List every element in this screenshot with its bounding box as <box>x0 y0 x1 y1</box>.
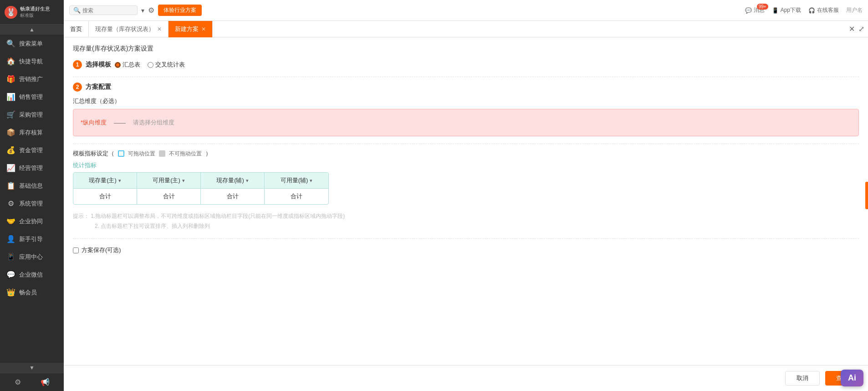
sidebar-scroll-up[interactable]: ▲ <box>0 25 64 35</box>
tip-text-1: 1.拖动标题栏可以调整布局，不可跨维度或指标区域拖动栏目字段(只能在同一维度或指… <box>91 213 345 219</box>
stats-body-col-2: 合计 <box>201 189 265 204</box>
topbar-right: 💬 消息 99+ 📱 App下载 🎧 在线客服 用户名 <box>745 6 863 14</box>
bottom-bar: 取消 查询 <box>64 365 868 391</box>
section-template: 1 选择模板 汇总表 交叉统计表 <box>73 60 859 69</box>
tab-home[interactable]: 首页 <box>64 21 89 37</box>
sidebar-item-inventory[interactable]: 📦 库存核算 <box>0 123 64 141</box>
section2-num: 2 <box>73 82 82 92</box>
tab-bar: 首页 现存量（库存状况表） ✕ 新建方案 ✕ ✕ ⤢ <box>64 21 868 37</box>
vertical-dim-area[interactable]: *纵向维度 —— 请选择分组维度 <box>73 109 859 136</box>
stats-table-header: 现存量(主) ▾ 可用量(主) ▾ <box>73 173 328 189</box>
divider2 <box>73 144 859 144</box>
stats-col-3-label: 可用量(辅) <box>281 176 308 185</box>
radio-cross-input[interactable] <box>148 62 153 68</box>
section-config: 2 方案配置 汇总维度（必选） *纵向维度 —— 请选择分组维度 模板指标设定（ <box>73 82 859 231</box>
sidebar-item-search[interactable]: 🔍 搜索菜单 <box>0 35 64 52</box>
crown-icon: 👑 <box>6 288 15 297</box>
right-handle[interactable] <box>865 182 868 209</box>
sidebar-item-label: 基础信息 <box>19 182 43 190</box>
sidebar-item-member[interactable]: 👑 畅会员 <box>0 283 64 301</box>
handshake-icon: 🤝 <box>6 217 15 226</box>
messages-btn[interactable]: 💬 消息 99+ <box>745 6 765 14</box>
main: 🔍 ▾ ⚙ 体验行业方案 💬 消息 99+ 📱 App下载 🎧 在线客服 用户名 <box>64 0 868 391</box>
page-title: 现存量(库存状况表)方案设置 <box>73 45 859 53</box>
user-icon: 👤 <box>6 235 15 243</box>
sidebar-item-purchase[interactable]: 🛒 采购管理 <box>0 106 64 123</box>
section2-title: 方案配置 <box>86 83 111 91</box>
sidebar-item-label: 企业微信 <box>19 271 43 279</box>
stats-col-3: 可用量(辅) ▾ <box>265 173 328 189</box>
stats-col-1-label: 可用量(主) <box>153 176 180 185</box>
tab-new-scheme[interactable]: 新建方案 ✕ <box>168 21 213 37</box>
draggable-label: 可拖动位置 <box>128 150 155 158</box>
sidebar-nav: 🔍 搜索菜单 🏠 快捷导航 🎁 营销推广 📊 销售管理 🛒 采购管理 📦 库存核… <box>0 35 64 363</box>
tab-new-scheme-close-icon[interactable]: ✕ <box>201 26 206 32</box>
indicator-settings: 模板指标设定（ 可拖动位置 不可拖动位置 ） <box>73 149 859 158</box>
tab-expand-icon[interactable]: ⤢ <box>858 25 864 33</box>
sidebar-item-system[interactable]: ⚙ 系统管理 <box>0 195 64 212</box>
sidebar-scroll-down[interactable]: ▼ <box>0 363 64 373</box>
topbar-gear-icon[interactable]: ⚙ <box>148 6 154 15</box>
vertical-dim-placeholder: 请选择分组维度 <box>133 118 174 127</box>
topbar-search-box[interactable]: 🔍 <box>69 5 138 15</box>
sidebar-item-apps[interactable]: 📱 应用中心 <box>0 248 64 266</box>
sidebar-item-label: 企业协同 <box>19 217 43 226</box>
section2-header: 2 方案配置 <box>73 82 859 92</box>
sidebar-item-newbie[interactable]: 👤 新手引导 <box>0 230 64 248</box>
stats-header-cell-0[interactable]: 现存量(主) ▾ <box>73 173 137 189</box>
sidebar-item-sales[interactable]: 📊 销售管理 <box>0 88 64 106</box>
indicator-label: 模板指标设定（ 可拖动位置 不可拖动位置 ） <box>73 149 859 158</box>
sidebar-item-operations[interactable]: 📈 经营管理 <box>0 159 64 177</box>
sidebar-item-finance[interactable]: 💰 资金管理 <box>0 141 64 159</box>
save-checkbox[interactable] <box>73 247 79 253</box>
radio-cross[interactable]: 交叉统计表 <box>148 61 185 69</box>
stats-body-cell-1: 合计 <box>137 189 200 204</box>
ai-badge[interactable]: Ai <box>841 370 863 386</box>
logo-icon: 🐰 <box>5 6 17 19</box>
stats-title: 统计指标 <box>73 161 859 170</box>
page-container: 现存量(库存状况表)方案设置 1 选择模板 汇总表 交叉统计表 <box>64 37 868 391</box>
save-label[interactable]: 方案保存(可选) <box>82 246 121 254</box>
box-icon: 📦 <box>6 128 15 137</box>
phone-icon: 📱 <box>772 7 779 14</box>
app-download-btn[interactable]: 📱 App下载 <box>772 6 801 14</box>
dropdown-chevron-icon[interactable]: ▾ <box>141 7 144 14</box>
stats-header-cell-3[interactable]: 可用量(辅) ▾ <box>265 173 328 189</box>
gift-icon: 🎁 <box>6 75 15 83</box>
footer-speaker-btn[interactable]: 📢 <box>41 378 50 386</box>
tab-inventory[interactable]: 现存量（库存状况表） ✕ <box>89 21 168 37</box>
section1-num: 1 <box>73 60 82 69</box>
sidebar-item-corp[interactable]: 🤝 企业协同 <box>0 212 64 230</box>
sidebar-item-label: 营销推广 <box>19 75 43 83</box>
tab-inventory-close-icon[interactable]: ✕ <box>157 26 162 32</box>
sidebar-item-marketing[interactable]: 🎁 营销推广 <box>0 70 64 88</box>
cart-icon: 🛒 <box>6 110 15 119</box>
sidebar-item-label: 经营管理 <box>19 164 43 172</box>
tab-close-all-icon[interactable]: ✕ <box>849 25 855 33</box>
app-name: 畅康通好生意 <box>20 5 50 12</box>
user-name-btn[interactable]: 用户名 <box>846 6 863 14</box>
divider3 <box>73 238 859 239</box>
footer-settings-btn[interactable]: ⚙ <box>15 378 21 386</box>
trial-button[interactable]: 体验行业方案 <box>158 5 202 16</box>
stats-col-1: 可用量(主) ▾ <box>137 173 201 189</box>
search-input[interactable] <box>82 7 133 14</box>
messages-badge: 99+ <box>757 4 768 10</box>
sidebar-item-shortcut[interactable]: 🏠 快捷导航 <box>0 52 64 70</box>
radio-summary-input[interactable] <box>115 62 121 68</box>
sidebar-item-wechat[interactable]: 💬 企业微信 <box>0 266 64 283</box>
online-service-btn[interactable]: 🎧 在线客服 <box>808 6 839 14</box>
radio-summary[interactable]: 汇总表 <box>115 61 140 69</box>
sidebar-item-label: 资金管理 <box>19 146 43 154</box>
gear-icon: ⚙ <box>6 199 15 208</box>
stats-header-cell-1[interactable]: 可用量(主) ▾ <box>137 173 200 189</box>
sidebar: 🐰 畅康通好生意 标准版 ▲ 🔍 搜索菜单 🏠 快捷导航 🎁 营销推广 📊 销售… <box>0 0 64 391</box>
sidebar-item-label: 快捷导航 <box>19 57 43 66</box>
stats-header-cell-2[interactable]: 现存量(辅) ▾ <box>201 173 264 189</box>
stats-body-col-0: 合计 <box>73 189 137 204</box>
cancel-button[interactable]: 取消 <box>785 371 820 386</box>
sidebar-footer: ⚙ 📢 <box>0 373 64 391</box>
sidebar-item-basic[interactable]: 📋 基础信息 <box>0 177 64 195</box>
stats-table: 现存量(主) ▾ 可用量(主) ▾ <box>73 172 329 205</box>
tip-2: 2. 点击标题栏下拉可设置排序、插入列和删除列 <box>73 221 859 232</box>
